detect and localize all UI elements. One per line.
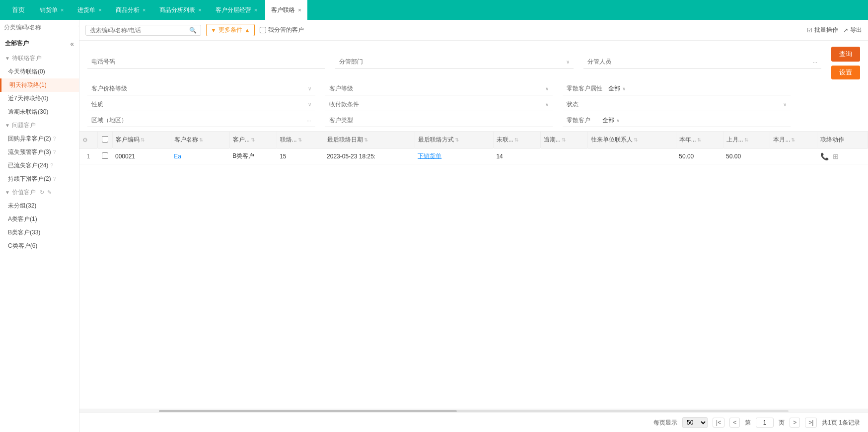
- sort-contacts-icon[interactable]: ⇅: [298, 137, 302, 143]
- sidebar-item-c-class[interactable]: C类客户(6): [0, 239, 79, 253]
- sidebar-item-churned[interactable]: 已流失客户(24) ?: [0, 159, 79, 172]
- sort-name-icon[interactable]: ⇅: [199, 137, 203, 143]
- export-btn[interactable]: ↗ 导出: [843, 26, 862, 34]
- sidebar-item-7day-pending[interactable]: 近7天待联络(0): [0, 92, 79, 105]
- row-last-method-link[interactable]: 下销货单: [418, 152, 441, 159]
- dropdown-arrow-icon6[interactable]: ∨: [545, 102, 549, 107]
- select-all-checkbox[interactable]: [102, 136, 108, 143]
- table-footer: 每页显示 50 100 200 |< < 第 页 > >| 共1页 1条记录: [79, 413, 868, 432]
- dropdown-arrow-icon2[interactable]: ∨: [308, 86, 311, 91]
- sort-lastmethod-icon[interactable]: ⇅: [455, 137, 459, 143]
- search-input[interactable]: [90, 27, 189, 34]
- my-customers-checkbox[interactable]: [260, 27, 266, 33]
- sidebar-item-churn-warning[interactable]: 流失预警客户(3) ?: [0, 145, 79, 159]
- sidebar-item-overdue-pending[interactable]: 逾期未联络(30): [0, 105, 79, 119]
- row-code: 000021: [112, 148, 171, 164]
- arrow-down-icon3: ▼: [5, 190, 10, 195]
- batch-ops-btn[interactable]: ☑ 批量操作: [807, 26, 838, 34]
- sort-code-icon[interactable]: ⇅: [141, 137, 145, 143]
- more-btn-icon[interactable]: ···: [813, 59, 817, 65]
- sidebar-item-tomorrow-pending[interactable]: 明天待联络(1): [0, 78, 79, 92]
- col-gear: ⚙: [79, 132, 97, 148]
- help-icon-0[interactable]: ?: [53, 136, 56, 142]
- sort-overdue-icon[interactable]: ⇅: [562, 137, 566, 143]
- filter-region: 区域（地区） ···: [87, 114, 315, 127]
- filter-price-level: 客户价格等级 ∨: [87, 82, 315, 95]
- nav-tab-5[interactable]: 客户联络 ×: [265, 0, 307, 20]
- filter-more-btn[interactable]: ▼ 更多条件 ▲: [206, 24, 255, 36]
- close-tab-2-icon[interactable]: ×: [143, 7, 145, 13]
- action-grid-icon[interactable]: ⊞: [833, 152, 839, 160]
- close-tab-5-icon[interactable]: ×: [298, 7, 301, 13]
- edit-icon[interactable]: ✎: [47, 189, 52, 196]
- action-phone-icon[interactable]: 📞: [820, 152, 829, 160]
- sidebar-item-a-class[interactable]: A类客户(1): [0, 213, 79, 226]
- nav-tab-3[interactable]: 商品分析列表 ×: [153, 0, 207, 20]
- dropdown-arrow-icon4[interactable]: ∨: [622, 86, 626, 91]
- dropdown-arrow-icon7[interactable]: ∨: [783, 102, 787, 107]
- nav-tab-2[interactable]: 商品分析 ×: [110, 0, 151, 20]
- close-tab-1-icon[interactable]: ×: [98, 7, 101, 13]
- sort-lastdate-icon[interactable]: ⇅: [364, 137, 368, 143]
- help-icon-3[interactable]: ?: [53, 176, 56, 182]
- all-customers-title[interactable]: 全部客户 «: [0, 35, 79, 52]
- value-group-label: ▼ 价值客户 ↻ ✎: [0, 186, 79, 199]
- search-icon[interactable]: 🔍: [189, 27, 197, 34]
- my-customers-check[interactable]: 我分管的客户: [260, 26, 304, 34]
- row-unit-contact: [587, 148, 676, 164]
- settings-button[interactable]: 设置: [831, 66, 860, 79]
- query-button[interactable]: 查询: [831, 47, 860, 62]
- gear-icon[interactable]: ⚙: [82, 137, 88, 144]
- page-label: 第: [745, 419, 751, 427]
- chevron-up-icon: ▲: [244, 27, 250, 34]
- prev-page-btn[interactable]: <: [729, 418, 740, 428]
- row-no-contact: 14: [493, 148, 540, 164]
- table-row: 1 000021 Ea B类客户 15 2023-05-23 18:25: 下销…: [79, 148, 868, 164]
- close-tab-3-icon[interactable]: ×: [198, 7, 201, 13]
- filter-payment: 收付款条件 ∨: [325, 98, 553, 111]
- sidebar-search-input[interactable]: [4, 24, 78, 31]
- scrollbar-track: [159, 410, 789, 412]
- refresh-icon[interactable]: ↻: [40, 189, 44, 196]
- filter-manager: 分管人员 ···: [583, 56, 821, 69]
- next-page-btn[interactable]: >: [790, 418, 800, 428]
- sidebar-item-declining[interactable]: 持续下滑客户(2) ?: [0, 172, 79, 186]
- help-icon-2[interactable]: ?: [50, 163, 53, 168]
- nav-home[interactable]: 首页: [5, 0, 32, 20]
- dropdown-arrow-icon8[interactable]: ∨: [616, 118, 620, 123]
- first-page-btn[interactable]: |<: [713, 418, 724, 428]
- help-icon-1[interactable]: ?: [53, 149, 56, 155]
- page-suffix: 页: [779, 419, 785, 427]
- page-input[interactable]: [756, 418, 774, 428]
- sort-thisyear-icon[interactable]: ⇅: [697, 137, 701, 143]
- sort-unitcontact-icon[interactable]: ⇅: [634, 137, 638, 143]
- row-contacts: 15: [277, 148, 324, 164]
- dropdown-arrow-icon3[interactable]: ∨: [545, 86, 549, 91]
- nav-tab-4[interactable]: 客户分层经营 ×: [210, 0, 263, 20]
- last-page-btn[interactable]: >|: [805, 418, 817, 428]
- table-wrap: ⚙ 客户编码⇅ 客户名称⇅ 客户...⇅: [79, 132, 868, 409]
- dropdown-arrow-icon5[interactable]: ∨: [308, 102, 311, 107]
- close-tab-0-icon[interactable]: ×: [61, 7, 64, 13]
- dropdown-arrow-icon[interactable]: ∨: [566, 59, 570, 65]
- sidebar-item-repurchase-abnormal[interactable]: 回购异常客户(2) ?: [0, 132, 79, 145]
- nav-tab-1[interactable]: 进货单 ×: [72, 0, 107, 20]
- sort-nocontact-icon[interactable]: ⇅: [514, 137, 518, 143]
- row-checkbox[interactable]: [102, 152, 108, 159]
- scrollbar-area[interactable]: [79, 409, 868, 413]
- per-page-select[interactable]: 50 100 200: [682, 417, 708, 428]
- sort-lastmonth-icon[interactable]: ⇅: [744, 137, 748, 143]
- arrow-down-icon: ▼: [5, 56, 10, 61]
- sidebar-item-today-pending[interactable]: 今天待联络(0): [0, 65, 79, 78]
- col-unit-contact: 往来单位联系人⇅: [587, 132, 676, 148]
- sidebar-item-b-class[interactable]: B类客户(33): [0, 226, 79, 239]
- sort-type-icon[interactable]: ⇅: [251, 137, 255, 143]
- row-action: 📞 ⊞: [817, 148, 868, 164]
- filter-retail-customer: 零散客户 全部 ∨: [563, 114, 791, 127]
- sort-thismonth-icon[interactable]: ⇅: [791, 137, 795, 143]
- sidebar-item-ungrouped[interactable]: 未分组(32): [0, 199, 79, 213]
- more-btn-icon2[interactable]: ···: [307, 118, 311, 124]
- close-tab-4-icon[interactable]: ×: [254, 7, 257, 13]
- scrollbar-thumb[interactable]: [159, 410, 457, 412]
- nav-tab-0[interactable]: 销货单 ×: [34, 0, 70, 20]
